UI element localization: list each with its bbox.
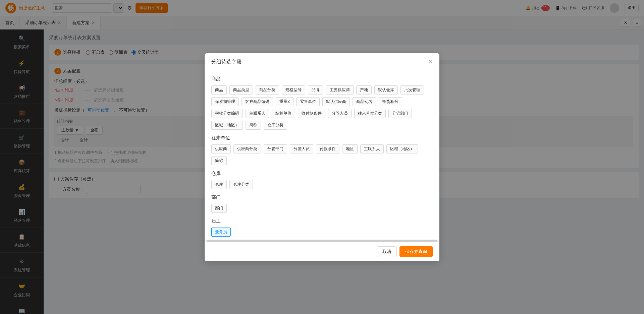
field-chip[interactable]: 产地	[356, 85, 372, 95]
field-chip[interactable]: 重量3	[276, 97, 293, 106]
field-chip[interactable]: 结算单位	[272, 109, 295, 118]
section-employee-title: 员工	[211, 218, 433, 224]
field-chip[interactable]: 供应商	[211, 144, 231, 153]
overlay: 分组待选字段 ✕ 商品 商品 商品类型 商品分类 规格型号 品牌 主要供应商 产…	[0, 0, 644, 314]
field-chip[interactable]: 仓库	[211, 180, 227, 189]
field-chip[interactable]: 主要供应商	[326, 85, 354, 95]
field-chip[interactable]: 分管人员	[290, 144, 313, 153]
section-employee-fields: 业务员	[211, 228, 433, 237]
field-chip[interactable]: 主联系人	[246, 109, 269, 118]
dialog-title: 分组待选字段	[211, 59, 241, 65]
field-chip[interactable]: 商品类型	[229, 85, 253, 95]
field-chip[interactable]: 商品	[211, 85, 227, 95]
field-chip[interactable]: 规格型号	[282, 85, 305, 95]
section-product-fields: 商品 商品类型 商品分类 规格型号 品牌 主要供应商 产地 默认仓库 批次管理 …	[211, 85, 433, 130]
section-partner-fields: 供应商 供应商分类 分管部门 分管人员 付款条件 地区 主联系人 区域（地区） …	[211, 144, 433, 165]
field-chip[interactable]: 分管部门	[388, 109, 412, 118]
field-chip[interactable]: 默认供应商	[322, 97, 350, 106]
dialog-confirm-btn[interactable]: 保存并查询	[399, 246, 433, 257]
field-chip[interactable]: 仓库分类	[264, 121, 287, 130]
field-chip[interactable]: 保质期管理	[211, 97, 239, 106]
field-chip[interactable]: 供应商分类	[233, 144, 261, 153]
field-chip[interactable]: 税收分类编码	[211, 109, 243, 118]
dialog-body: 商品 商品 商品类型 商品分类 规格型号 品牌 主要供应商 产地 默认仓库 批次…	[205, 69, 439, 240]
field-chip[interactable]: 地区	[342, 144, 358, 153]
field-chip[interactable]: 往来单位分类	[354, 109, 386, 118]
section-department-fields: 部门	[211, 204, 433, 213]
dialog-cancel-btn[interactable]: 取消	[377, 246, 397, 257]
dialog-hscrollbar[interactable]	[205, 240, 439, 242]
field-chip[interactable]: 简称	[246, 121, 261, 130]
section-warehouse-fields: 仓库 仓库分类	[211, 180, 433, 189]
field-chip-selected[interactable]: 业务员	[211, 228, 231, 237]
dialog-close-btn[interactable]: ✕	[428, 59, 433, 65]
field-chip[interactable]: 拣货积分	[379, 97, 402, 106]
field-chip[interactable]: 部门	[211, 204, 227, 213]
field-chip[interactable]: 商品别名	[353, 97, 376, 106]
field-chip[interactable]: 分管人员	[328, 109, 352, 118]
dialog: 分组待选字段 ✕ 商品 商品 商品类型 商品分类 规格型号 品牌 主要供应商 产…	[205, 53, 439, 261]
section-warehouse-title: 仓库	[211, 171, 433, 177]
field-chip[interactable]: 区域（地区）	[211, 121, 243, 130]
field-chip[interactable]: 主联系人	[360, 144, 384, 153]
field-chip[interactable]: 商品分类	[256, 85, 279, 95]
field-chip[interactable]: 简称	[211, 156, 227, 165]
field-chip[interactable]: 区域（地区）	[386, 144, 418, 153]
section-product-title: 商品	[211, 76, 433, 82]
section-department-title: 部门	[211, 194, 433, 200]
field-chip[interactable]: 仓库分类	[229, 180, 253, 189]
section-partner-title: 往来单位	[211, 135, 433, 141]
field-chip[interactable]: 付款条件	[316, 144, 339, 153]
dialog-footer: 取消 保存并查询	[205, 242, 439, 261]
field-chip[interactable]: 收付款条件	[298, 109, 325, 118]
field-chip[interactable]: 客户商品编码	[241, 97, 273, 106]
field-chip[interactable]: 分管部门	[264, 144, 287, 153]
field-chip[interactable]: 品牌	[308, 85, 323, 95]
field-chip[interactable]: 批次管理	[400, 85, 424, 95]
field-chip[interactable]: 零售单位	[296, 97, 320, 106]
dialog-header: 分组待选字段 ✕	[205, 53, 439, 69]
field-chip[interactable]: 默认仓库	[374, 85, 398, 95]
